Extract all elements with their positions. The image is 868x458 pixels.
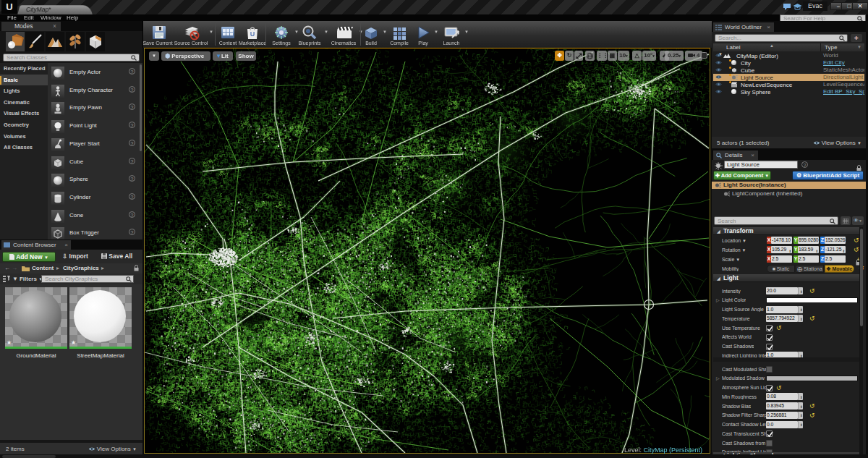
svg-text:U: U [250, 30, 255, 38]
